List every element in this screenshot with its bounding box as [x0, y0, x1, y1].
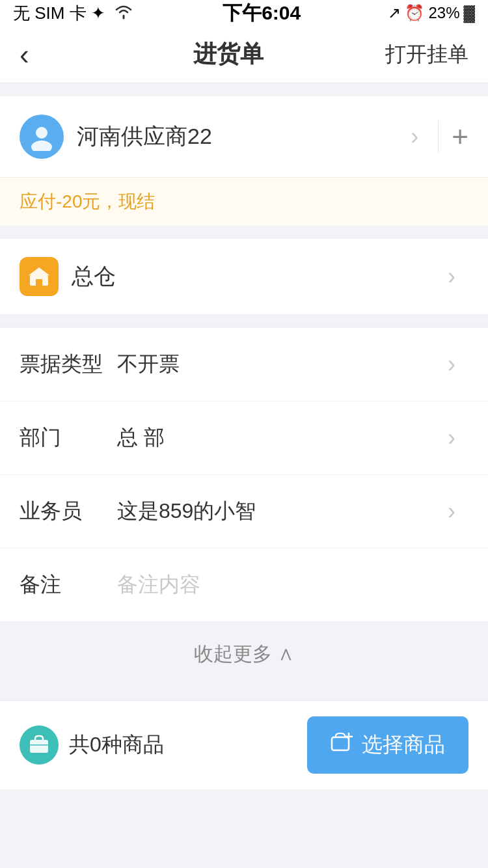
department-value: 总 部 — [111, 424, 448, 452]
department-label: 部门 — [20, 424, 111, 452]
supplier-section: 河南供应商22 › + 应付-20元，现结 — [0, 96, 488, 226]
department-chevron-icon: › — [448, 424, 455, 452]
warehouse-row[interactable]: 总仓 › — [0, 239, 488, 314]
top-divider — [0, 83, 488, 96]
salesman-value: 这是859的小智 — [111, 497, 448, 526]
salesman-chevron-icon: › — [448, 498, 455, 525]
chevron-right-icon: › — [411, 123, 418, 150]
svg-marker-3 — [29, 267, 49, 275]
select-product-button[interactable]: 选择商品 — [307, 716, 468, 774]
open-pending-button[interactable]: 打开挂单 — [385, 40, 468, 69]
product-icon — [20, 726, 59, 765]
page-title: 进货单 — [193, 38, 264, 70]
supplier-name: 河南供应商22 — [77, 122, 411, 152]
add-supplier-button[interactable]: + — [438, 120, 468, 153]
svg-point-0 — [36, 127, 47, 139]
location-icon: ↗ — [388, 4, 401, 22]
warehouse-chevron-icon: › — [448, 263, 455, 290]
form-section: 票据类型 不开票 › 部门 总 部 › 业务员 这是859的小智 › 备注 备注… — [0, 327, 488, 621]
wifi-icon — [112, 3, 135, 24]
salesman-label: 业务员 — [20, 497, 111, 526]
svg-rect-5 — [30, 740, 48, 753]
invoice-chevron-icon: › — [448, 351, 455, 378]
warehouse-name: 总仓 — [72, 262, 448, 292]
product-count-wrap: 共0种商品 — [20, 726, 164, 765]
status-right: ↗ ⏰ 23% ▓ — [388, 4, 475, 22]
remark-input[interactable]: 备注内容 — [111, 571, 468, 599]
select-product-label: 选择商品 — [362, 731, 445, 759]
status-time: 下午6:04 — [223, 0, 301, 27]
sim-status: 无 SIM 卡 ✦ — [13, 2, 105, 25]
warehouse-section: 总仓 › — [0, 239, 488, 314]
battery-text: 23% — [428, 4, 459, 22]
back-button[interactable]: ‹ — [20, 38, 72, 71]
nav-bar: ‹ 进货单 打开挂单 — [0, 26, 488, 83]
supplier-avatar — [20, 115, 64, 159]
salesman-row[interactable]: 业务员 这是859的小智 › — [0, 474, 488, 548]
invoice-type-label: 票据类型 — [20, 350, 111, 379]
page-bg — [0, 789, 488, 868]
warehouse-icon — [20, 257, 59, 296]
bottom-bar: 共0种商品 选择商品 — [0, 700, 488, 789]
remark-label: 备注 — [20, 571, 111, 599]
supplier-row[interactable]: 河南供应商22 › + — [0, 96, 488, 178]
collapse-label: 收起更多 ∧ — [194, 641, 293, 668]
invoice-type-row[interactable]: 票据类型 不开票 › — [0, 327, 488, 401]
svg-point-1 — [31, 141, 52, 151]
mid-divider1 — [0, 226, 488, 239]
department-row[interactable]: 部门 总 部 › — [0, 401, 488, 474]
collapse-row[interactable]: 收起更多 ∧ — [0, 621, 488, 687]
remark-row[interactable]: 备注 备注内容 — [0, 548, 488, 621]
bottom-divider — [0, 687, 488, 700]
status-left: 无 SIM 卡 ✦ — [13, 2, 135, 25]
mid-divider2 — [0, 314, 488, 327]
svg-rect-4 — [36, 279, 42, 286]
battery-icon: ▓ — [464, 4, 476, 22]
alarm-icon: ⏰ — [405, 4, 424, 22]
supplier-notice: 应付-20元，现结 — [0, 178, 488, 226]
status-bar: 无 SIM 卡 ✦ 下午6:04 ↗ ⏰ 23% ▓ — [0, 0, 488, 26]
svg-rect-6 — [332, 737, 349, 750]
invoice-type-value: 不开票 — [111, 350, 448, 379]
cart-icon — [331, 731, 354, 759]
product-count-text: 共0种商品 — [69, 731, 164, 759]
